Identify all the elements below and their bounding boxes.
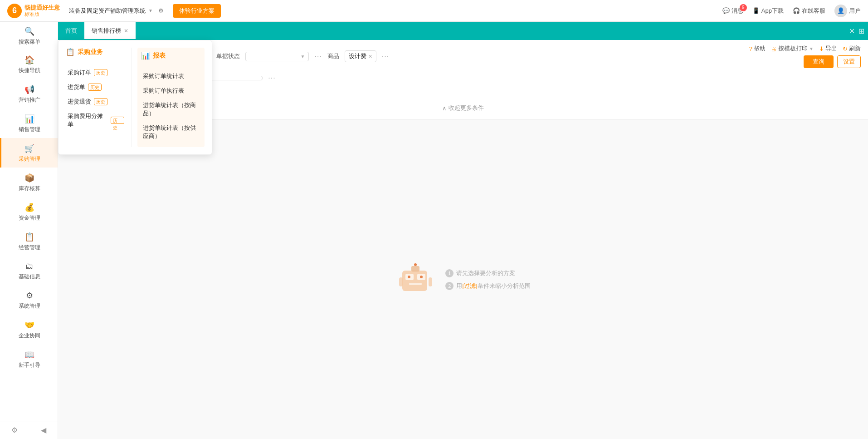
history-badge-goods-receipt: 历史 [88, 84, 102, 91]
settings-icon-btn[interactable]: ⚙ [155, 5, 167, 17]
message-action[interactable]: 💬 消息 9 [722, 7, 743, 15]
query-button[interactable]: 查询 [804, 55, 834, 68]
svg-point-4 [420, 276, 423, 278]
dropdown-item-goods-receipt[interactable]: 进货单 历史 [66, 80, 126, 94]
search-icon: 🔍 [24, 26, 34, 36]
svg-rect-9 [429, 277, 432, 286]
filter-settings-button[interactable]: 设置 [837, 55, 861, 68]
sidebar-item-system[interactable]: ⚙ 系统管理 [0, 285, 58, 315]
sidebar-item-marketing[interactable]: 📢 营销推广 [0, 79, 58, 109]
salesperson-dots[interactable]: ··· [268, 74, 275, 82]
dropdown-col1-title: 📋 采购业务 [66, 48, 126, 60]
logo-text: 畅捷通好生意 标准版 [24, 4, 60, 17]
refresh-icon: ↻ [843, 45, 848, 52]
system-title-arrow-icon: ▼ [148, 8, 153, 13]
dropdown-menu: 📋 采购业务 采购订单 历史 进货单 历史 进货退货 历史 采购费用分摊单 [58, 40, 212, 155]
voucher-status-input[interactable]: ▼ [245, 52, 309, 61]
svg-point-3 [408, 276, 410, 278]
sidebar: 🔍 搜索菜单 🏠 快捷导航 📢 营销推广 📊 销售管理 🛒 采购管 [0, 22, 58, 439]
sidebar-menu: 🔍 搜索菜单 🏠 快捷导航 📢 营销推广 📊 销售管理 🛒 采购管 [0, 22, 58, 421]
sidebar-item-purchase[interactable]: 🛒 采购管理 [0, 138, 58, 168]
industry-btn[interactable]: 体验行业方案 [173, 4, 221, 18]
dropdown-divider [132, 48, 132, 147]
dropdown-item-purchase-order-exec[interactable]: 采购订单执行表 [141, 84, 201, 98]
goods-tag-value: 设计费 [349, 52, 366, 60]
export-action[interactable]: ⬇ 导出 [819, 44, 837, 53]
svg-rect-8 [399, 277, 403, 286]
purchase-business-icon: 📋 [66, 48, 75, 56]
dropdown-item-goods-receipt-stats-product[interactable]: 进货单统计表（按商品） [141, 98, 201, 121]
home-icon: 🏠 [24, 55, 34, 65]
tab-bar: 首页 销售排行榜 ✕ ✕ ⊞ [58, 22, 868, 40]
report-icon: 📊 [141, 51, 150, 60]
sidebar-item-sales[interactable]: 📊 销售管理 [0, 109, 58, 138]
dropdown-item-goods-return[interactable]: 进货退货 历史 [66, 94, 126, 109]
dropdown-item-goods-receipt-stats-supplier[interactable]: 进货单统计表（按供应商） [141, 121, 201, 143]
sidebar-item-guide[interactable]: 📖 新手引导 [0, 344, 58, 374]
sidebar-item-inventory[interactable]: 📦 库存核算 [0, 168, 58, 197]
empty-hint-2: 2 用[过滤]条件来缩小分析范围 [445, 282, 530, 290]
sidebar-item-operations[interactable]: 📋 经营管理 [0, 227, 58, 256]
tab-close-icon[interactable]: ✕ [124, 28, 128, 34]
sidebar-item-quick-nav[interactable]: 🏠 快捷导航 [0, 49, 58, 79]
sidebar-item-finance[interactable]: 💰 资金管理 [0, 197, 58, 227]
sales-icon: 📊 [24, 114, 34, 124]
system-title-text: 装备及固定资产辅助管理系统 [69, 7, 146, 15]
inventory-icon: 📦 [24, 173, 34, 183]
phone-icon: 📱 [752, 7, 760, 14]
cooperation-icon: 🤝 [24, 320, 34, 330]
print-action[interactable]: 🖨 按模板打印 ▼ [771, 44, 814, 53]
dropdown-item-purchase-order-stats[interactable]: 采购订单统计表 [141, 69, 201, 84]
system-icon: ⚙ [26, 291, 33, 301]
toolbar-actions: ? 帮助 🖨 按模板打印 ▼ ⬇ 导出 [749, 44, 861, 53]
tab-maximize-icon[interactable]: ⊞ [858, 27, 864, 35]
marketing-icon: 📢 [24, 84, 34, 94]
dropdown-item-purchase-expense[interactable]: 采购费用分摊单 历史 [66, 109, 126, 132]
goods-tag[interactable]: 设计费 ✕ [345, 50, 376, 62]
top-bar-right: 💬 消息 9 📱 App下载 🎧 在线客服 👤 用户 [722, 5, 861, 17]
dropdown-col-purchase: 📋 采购业务 采购订单 历史 进货单 历史 进货退货 历史 采购费用分摊单 [66, 48, 126, 147]
user-action[interactable]: 👤 用户 [834, 5, 861, 17]
history-badge-purchase-order: 历史 [94, 69, 107, 76]
refresh-label: 刷新 [849, 44, 861, 53]
sidebar-item-search[interactable]: 🔍 搜索菜单 [0, 22, 58, 49]
logo-area: 6 畅捷通好生意 标准版 [7, 4, 65, 18]
tab-sales-rank[interactable]: 销售排行榜 ✕ [84, 22, 136, 40]
basic-info-icon: 🗂 [25, 261, 34, 271]
help-action[interactable]: ? 帮助 [749, 44, 766, 53]
svg-rect-0 [402, 271, 427, 291]
voucher-status-label: 单据状态 [216, 52, 240, 60]
goods-label: 商品 [327, 52, 339, 60]
history-badge-purchase-expense: 历史 [111, 117, 124, 124]
tab-home[interactable]: 首页 [58, 22, 84, 40]
export-icon: ⬇ [819, 45, 824, 52]
tab-close-all-icon[interactable]: ✕ [849, 27, 855, 35]
dropdown-col2-title: 📊 报表 [141, 51, 201, 64]
history-badge-goods-return: 历史 [94, 98, 107, 105]
sidebar-collapse-icon[interactable]: ◀ [41, 426, 46, 434]
goods-tag-close-icon[interactable]: ✕ [368, 54, 372, 59]
purchase-icon: 🛒 [24, 143, 34, 153]
refresh-action[interactable]: ↻ 刷新 [843, 44, 861, 53]
voucher-status-dots[interactable]: ··· [314, 52, 322, 60]
help-icon: ? [749, 45, 752, 52]
sidebar-settings-icon[interactable]: ⚙ [11, 426, 18, 434]
app-download-action[interactable]: 📱 App下载 [752, 7, 784, 15]
print-dropdown-icon: ▼ [809, 46, 814, 51]
goods-dots[interactable]: ··· [382, 52, 389, 60]
dropdown-col-report: 📊 报表 采购订单统计表 采购订单执行表 进货单统计表（按商品） 进货单统计表（… [137, 48, 205, 147]
voucher-status-arrow-icon: ▼ [301, 54, 305, 59]
sidebar-item-cooperation[interactable]: 🤝 企业协同 [0, 315, 58, 344]
message-badge: 9 [740, 4, 747, 11]
print-icon: 🖨 [771, 45, 777, 52]
main-content: 1 请先选择要分析的方案 2 用[过滤]条件来缩小分析范围 [58, 120, 868, 439]
user-label: 用户 [849, 7, 861, 15]
top-bar: 6 畅捷通好生意 标准版 装备及固定资产辅助管理系统 ▼ ⚙ 体验行业方案 💬 … [0, 0, 868, 22]
empty-state-wrapper: 1 请先选择要分析的方案 2 用[过滤]条件来缩小分析范围 [395, 259, 530, 300]
empty-state-text: 1 请先选择要分析的方案 2 用[过滤]条件来缩小分析范围 [445, 269, 530, 290]
dropdown-item-purchase-order[interactable]: 采购订单 历史 [66, 65, 126, 80]
message-icon: 💬 [722, 7, 730, 14]
online-service-action[interactable]: 🎧 在线客服 [793, 7, 825, 15]
system-title[interactable]: 装备及固定资产辅助管理系统 ▼ [69, 7, 153, 15]
sidebar-item-basic-info[interactable]: 🗂 基础信息 [0, 256, 58, 285]
